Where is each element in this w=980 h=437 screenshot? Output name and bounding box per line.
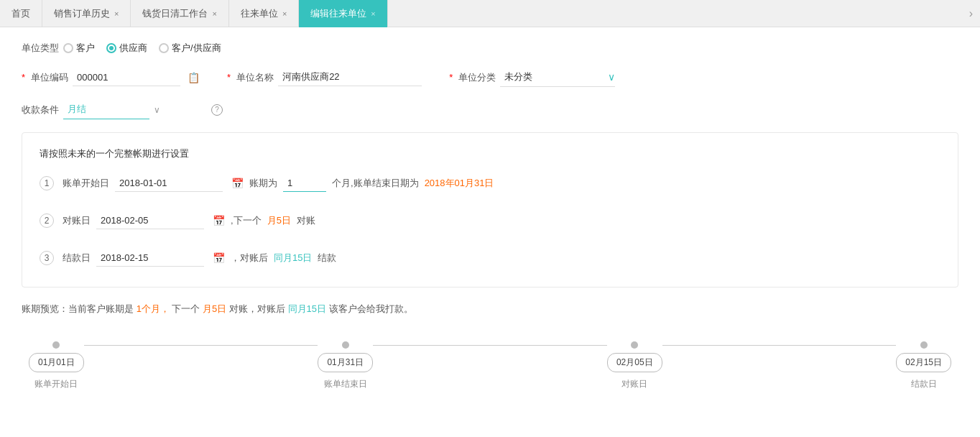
unit-info-row: * 单位编码 📋 * 单位名称 * 单位分类 未分类 ∨ bbox=[22, 68, 958, 87]
radio-supplier-circle bbox=[106, 43, 116, 53]
row-2-content: 对账日 📅 ,下一个 月5日 对账 bbox=[63, 212, 315, 229]
unit-category-group: * 单位分类 未分类 ∨ bbox=[449, 68, 615, 87]
payment-terms-group: 收款条件 月结 ∨ ? bbox=[22, 100, 223, 119]
period-end-date: 2018年01月31日 bbox=[425, 177, 494, 190]
reconciliation-row: 2 对账日 📅 ,下一个 月5日 对账 bbox=[40, 212, 940, 229]
account-start-label: 账单开始日 bbox=[63, 177, 109, 190]
payment-terms-arrow-icon[interactable]: ∨ bbox=[154, 105, 160, 115]
timeline-point-4: 02月15日 结款日 bbox=[896, 341, 951, 390]
unit-type-group: 单位类型 客户 供应商 客户/供应商 bbox=[22, 42, 221, 55]
period-unit-text: 个月,账单结束日期为 bbox=[332, 177, 419, 190]
tab-home-label: 首页 bbox=[11, 7, 30, 20]
timeline-label-4: 结款日 bbox=[911, 378, 937, 390]
unit-code-label: 单位编码 bbox=[31, 71, 68, 84]
timeline-line-2 bbox=[373, 345, 607, 346]
radio-both-circle bbox=[159, 43, 169, 53]
timeline-dot-4 bbox=[920, 341, 928, 349]
unit-name-label: 单位名称 bbox=[236, 71, 274, 84]
radio-customer-label: 客户 bbox=[76, 42, 95, 55]
settings-card: 请按照未来的一个完整帐期进行设置 1 账单开始日 📅 账期为 个月,账单结束日期… bbox=[22, 132, 958, 288]
tab-edit-partner[interactable]: 编辑往来单位 × bbox=[299, 0, 387, 27]
period-value-input[interactable] bbox=[283, 175, 326, 192]
tab-sales-history-label: 销售订单历史 bbox=[54, 7, 110, 20]
row-number-1: 1 bbox=[40, 176, 54, 190]
reconciliation-calendar-icon[interactable]: 📅 bbox=[213, 215, 225, 226]
unit-code-input[interactable] bbox=[73, 69, 180, 86]
tab-partner-unit[interactable]: 往来单位 × bbox=[229, 0, 299, 27]
reconciliation-label: 对账日 bbox=[63, 214, 91, 227]
preview-highlight3: 同月15日 bbox=[288, 303, 326, 314]
timeline-dot-2 bbox=[342, 341, 349, 349]
timeline-dot-1 bbox=[52, 341, 60, 349]
tab-home[interactable]: 首页 bbox=[0, 0, 42, 27]
account-start-date-input[interactable] bbox=[115, 175, 223, 192]
radio-both-label: 客户/供应商 bbox=[172, 42, 221, 55]
timeline-point-1: 01月01日 账单开始日 bbox=[29, 341, 84, 390]
unit-type-row: 单位类型 客户 供应商 客户/供应商 bbox=[22, 42, 958, 55]
payment-terms-help-icon[interactable]: ? bbox=[211, 104, 223, 116]
payment-suffix-text: 结款 bbox=[318, 252, 336, 264]
preview-middle2: 对账，对账后 bbox=[229, 303, 285, 314]
preview-middle: 下一个 bbox=[172, 303, 200, 314]
unit-code-icon[interactable]: 📋 bbox=[188, 72, 200, 83]
reconciliation-suffix-text: 对账 bbox=[297, 214, 315, 227]
payment-terms-dropdown-group: 月结 ∨ bbox=[63, 100, 207, 119]
account-start-calendar-icon[interactable]: 📅 bbox=[231, 178, 244, 189]
timeline-dot-3 bbox=[631, 341, 638, 349]
tab-cash-ledger-close[interactable]: × bbox=[212, 9, 216, 18]
radio-supplier[interactable]: 供应商 bbox=[106, 42, 147, 55]
row-number-2: 2 bbox=[40, 213, 54, 228]
payment-suffix-prefix: ，对账后 bbox=[231, 252, 268, 264]
tab-more-button[interactable]: › bbox=[962, 7, 980, 20]
reconciliation-suffix-highlight: 月5日 bbox=[267, 214, 291, 227]
payment-date-row: 3 结款日 📅 ，对账后 同月15日 结款 bbox=[40, 249, 940, 267]
tab-edit-partner-close[interactable]: × bbox=[371, 9, 375, 18]
period-label: 账期为 bbox=[249, 177, 277, 190]
tab-sales-history[interactable]: 销售订单历史 × bbox=[42, 0, 131, 27]
timeline-badge-4: 02月15日 bbox=[896, 353, 951, 372]
payment-date-calendar-icon[interactable]: 📅 bbox=[213, 252, 225, 264]
payment-suffix-highlight: 同月15日 bbox=[274, 252, 312, 264]
preview-section: 账期预览：当前客户账期是 1个月， 下一个 月5日 对账，对账后 同月15日 该… bbox=[22, 302, 958, 317]
unit-category-dropdown[interactable]: 未分类 ∨ bbox=[500, 68, 615, 87]
preview-prefix: 账期预览：当前客户账期是 bbox=[22, 303, 134, 314]
unit-name-group: * 单位名称 bbox=[227, 69, 422, 86]
payment-terms-value[interactable]: 月结 bbox=[63, 100, 149, 119]
unit-category-star: * bbox=[449, 72, 453, 83]
preview-suffix: 该客户会给我打款。 bbox=[329, 303, 413, 314]
unit-category-arrow[interactable]: ∨ bbox=[608, 71, 615, 83]
main-content: 单位类型 客户 供应商 客户/供应商 * 单位编码 bbox=[0, 27, 980, 437]
tab-sales-history-close[interactable]: × bbox=[114, 9, 119, 18]
timeline-badge-1: 01月01日 bbox=[29, 353, 84, 372]
unit-category-label: 单位分类 bbox=[458, 71, 496, 84]
preview-highlight2: 月5日 bbox=[203, 303, 226, 314]
radio-customer-circle bbox=[63, 43, 73, 53]
timeline-line-1 bbox=[84, 345, 318, 346]
unit-name-input[interactable] bbox=[278, 69, 422, 86]
unit-type-label: 单位类型 bbox=[22, 42, 59, 55]
timeline-label-3: 对账日 bbox=[621, 378, 647, 390]
tab-partner-unit-close[interactable]: × bbox=[282, 9, 287, 18]
row-number-3: 3 bbox=[40, 251, 54, 265]
card-title: 请按照未来的一个完整帐期进行设置 bbox=[40, 147, 940, 160]
unit-code-star: * bbox=[22, 72, 25, 83]
timeline: 01月01日 账单开始日 01月31日 账单结束日 02月05日 对账日 02月… bbox=[22, 334, 958, 412]
tab-bar: 首页 销售订单历史 × 钱货日清工作台 × 往来单位 × 编辑往来单位 × › bbox=[0, 0, 980, 27]
payment-date-input[interactable] bbox=[96, 249, 204, 267]
timeline-point-3: 02月05日 对账日 bbox=[607, 341, 662, 390]
unit-code-group: * 单位编码 📋 bbox=[22, 69, 200, 86]
tab-partner-unit-label: 往来单位 bbox=[241, 7, 278, 20]
timeline-label-2: 账单结束日 bbox=[324, 378, 367, 390]
row-1-content: 账单开始日 📅 账期为 个月,账单结束日期为 2018年01月31日 bbox=[63, 175, 494, 192]
tab-cash-ledger[interactable]: 钱货日清工作台 × bbox=[131, 0, 228, 27]
radio-group: 客户 供应商 客户/供应商 bbox=[63, 42, 221, 55]
radio-customer[interactable]: 客户 bbox=[63, 42, 95, 55]
timeline-badge-3: 02月05日 bbox=[607, 353, 662, 372]
radio-both[interactable]: 客户/供应商 bbox=[159, 42, 221, 55]
timeline-line-3 bbox=[662, 345, 897, 346]
row-3-content: 结款日 📅 ，对账后 同月15日 结款 bbox=[63, 249, 336, 267]
reconciliation-date-input[interactable] bbox=[96, 212, 204, 229]
payment-date-label: 结款日 bbox=[63, 252, 91, 264]
reconciliation-suffix-prefix: ,下一个 bbox=[231, 214, 262, 227]
radio-supplier-label: 供应商 bbox=[119, 42, 147, 55]
